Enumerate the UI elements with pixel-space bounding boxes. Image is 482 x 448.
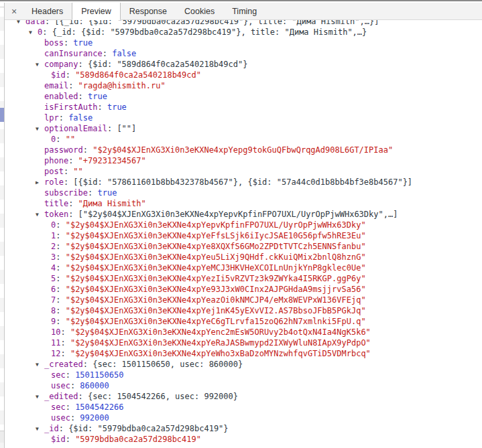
property-key: usec xyxy=(51,413,70,423)
property-value: [{$id: "578611601b8bb432378b4567"}, {$id… xyxy=(73,177,412,187)
disclosure-triangle-icon[interactable]: ▼ xyxy=(36,392,44,402)
disclosure-triangle-icon[interactable]: ▼ xyxy=(36,60,44,70)
tree-row[interactable]: phone: "+79231234567" xyxy=(5,155,482,166)
tree-row[interactable]: 12: "$2y$04$XJEnXG3Xi0n3eKXNe4xpYeWho3xB… xyxy=(5,348,482,359)
disclosure-triangle-icon[interactable]: ▶ xyxy=(36,177,44,188)
property-value: "$2y$04$XJEnXG3Xi0n3eKXNe4xpYezIi5vRZVTz… xyxy=(66,274,366,283)
tree-row[interactable]: usec: 860000 xyxy=(5,380,482,391)
property-key: subscribe xyxy=(44,188,88,198)
tree-row[interactable]: $id: "589d864f0ca2a540218b49cd" xyxy=(5,70,482,80)
key-value-separator: : xyxy=(60,338,70,348)
key-value-separator: : xyxy=(42,27,52,37)
close-icon[interactable]: × xyxy=(5,3,23,19)
disclosure-triangle-icon[interactable]: ▼ xyxy=(17,20,25,27)
property-key: canInsurance xyxy=(44,49,103,58)
tab-timing[interactable]: Timing xyxy=(223,3,265,19)
disclosure-triangle-icon[interactable]: ▼ xyxy=(36,424,44,435)
property-key: lpr xyxy=(44,113,59,123)
tree-row[interactable]: 6: "$2y$04$XJEnXG3Xi0n3eKXNe4xpYe93J3xW0… xyxy=(5,284,482,295)
key-value-separator: : xyxy=(83,145,93,155)
tree-row[interactable]: canInsurance: false xyxy=(5,48,482,59)
property-value: true xyxy=(107,102,127,112)
tree-row[interactable]: ▼_created: {sec: 1501150650, usec: 86000… xyxy=(5,359,482,370)
key-value-separator: : xyxy=(56,263,65,273)
tree-row[interactable]: ▼company: {$id: "589d864f0ca2a540218b49c… xyxy=(5,59,482,70)
property-key: token xyxy=(44,210,68,219)
key-value-separator: : xyxy=(56,295,65,305)
property-value: "5979bdba0ca2a57d298bc419" xyxy=(75,435,201,444)
tree-row[interactable]: boss: true xyxy=(5,38,482,48)
tree-row[interactable]: 8: "$2y$04$XJEnXG3Xi0n3eKXNe4xpYej1nK45y… xyxy=(5,305,482,316)
property-value: "ragda@hismith.ru" xyxy=(78,81,166,90)
tree-row[interactable]: 0: "$2y$04$XJEnXG3Xi0n3eKXNe4xpYepvKpfin… xyxy=(5,220,482,230)
tab-headers[interactable]: Headers xyxy=(23,3,72,19)
tree-row[interactable]: sec: 1504542266 xyxy=(5,402,482,413)
disclosure-triangle-icon[interactable]: ▼ xyxy=(29,27,38,38)
property-key: _id xyxy=(44,424,59,433)
property-value: true xyxy=(97,188,117,198)
json-preview-panel[interactable]: ▼data: [{_id: {$id: "5979bdba0ca2a57d298… xyxy=(5,20,482,448)
tree-row[interactable]: $id: "5979bdba0ca2a57d298bc419" xyxy=(5,434,482,445)
tree-row[interactable]: 11: "$2y$04$XJEnXG3Xi0n3eKXNe4xpYeRaJASB… xyxy=(5,338,482,348)
tab-response[interactable]: Response xyxy=(121,3,176,19)
devtools-network-detail-pane: × HeadersPreviewResponseCookiesTiming ▼d… xyxy=(0,0,482,448)
tree-row[interactable]: 4: "$2y$04$XJEnXG3Xi0n3eKXNe4xpYeMCJ3HKV… xyxy=(5,263,482,273)
property-value: ["$2y$04$XJEnXG3Xi0n3eKXNe4xpYepvKpfinFP… xyxy=(78,210,398,219)
tree-row[interactable]: lpr: false xyxy=(5,113,482,123)
tree-row[interactable]: 10: "$2y$04$XJEnXG3Xi0n3eKXNe4xpYenc2mEs… xyxy=(5,327,482,338)
property-key: 11 xyxy=(51,338,60,348)
tree-row[interactable]: 7: "$2y$04$XJEnXG3Xi0n3eKXNe4xpYeazOi0kN… xyxy=(5,295,482,305)
property-key: 12 xyxy=(51,349,60,358)
tab-cookies[interactable]: Cookies xyxy=(176,3,223,19)
property-key: password xyxy=(44,145,83,155)
tree-row[interactable]: password: "$2y$04$XJEnXG3Xi0n3eKXNe4xpYe… xyxy=(5,145,482,155)
property-key: sec xyxy=(51,402,66,412)
tree-row[interactable]: 5: "$2y$04$XJEnXG3Xi0n3eKXNe4xpYezIi5vRZ… xyxy=(5,273,482,284)
tree-row[interactable]: 1: "$2y$04$XJEnXG3Xi0n3eKXNe4xpYeFfsLSjk… xyxy=(5,230,482,241)
selected-request-row[interactable] xyxy=(0,108,4,122)
tree-row[interactable]: isFirstAuth: true xyxy=(5,102,482,113)
property-key: isFirstAuth xyxy=(44,102,97,112)
tree-row[interactable]: email: "ragda@hismith.ru" xyxy=(5,80,482,91)
request-list-sliver[interactable] xyxy=(0,3,5,448)
key-value-separator: : xyxy=(78,92,88,101)
property-key: 10 xyxy=(51,327,60,337)
tab-preview[interactable]: Preview xyxy=(72,3,120,20)
status-bar-sliver xyxy=(0,431,4,443)
key-value-separator: : xyxy=(64,167,73,176)
tree-row[interactable]: ▼_edited: {sec: 1504542266, usec: 992000… xyxy=(5,391,482,402)
tree-row[interactable]: ▼token: ["$2y$04$XJEnXG3Xi0n3eKXNe4xpYep… xyxy=(5,209,482,220)
disclosure-triangle-icon[interactable]: ▼ xyxy=(36,210,44,220)
tree-row[interactable]: 2: "$2y$04$XJEnXG3Xi0n3eKXNe4xpYe8XQXfS6… xyxy=(5,241,482,252)
tree-row[interactable]: ▼0: {_id: {$id: "5979bdba0ca2a57d298bc41… xyxy=(5,27,482,38)
property-value: {sec: 1504542266, usec: 992000} xyxy=(88,392,238,401)
tree-row[interactable]: sec: 1501150650 xyxy=(5,370,482,380)
property-key: post xyxy=(44,167,64,176)
property-value: [""] xyxy=(117,124,136,133)
property-value: 1504542266 xyxy=(75,402,123,412)
disclosure-triangle-icon[interactable]: ▼ xyxy=(36,360,44,370)
property-value: "589d864f0ca2a540218b49cd" xyxy=(75,70,201,80)
tree-row[interactable]: title: "Дима Hismith" xyxy=(5,198,482,209)
tree-row[interactable]: ▼_id: {$id: "5979bdba0ca2a57d298bc419"} xyxy=(5,423,482,434)
tree-row[interactable]: post: "" xyxy=(5,166,482,177)
property-key: email xyxy=(44,81,68,90)
tree-row[interactable]: usec: 992000 xyxy=(5,413,482,423)
property-value: "" xyxy=(66,135,75,144)
tree-row[interactable]: ▼data: [{_id: {$id: "5979bdba0ca2a57d298… xyxy=(5,20,482,27)
tree-row[interactable]: ▶role: [{$id: "578611601b8bb432378b4567"… xyxy=(5,177,482,188)
key-value-separator: : xyxy=(56,285,65,294)
tree-row[interactable]: subscribe: true xyxy=(5,188,482,198)
disclosure-triangle-icon[interactable]: ▼ xyxy=(36,124,44,135)
tree-row[interactable]: enabled: true xyxy=(5,91,482,102)
request-list-header-sliver xyxy=(0,3,4,7)
tree-row[interactable]: 3: "$2y$04$XJEnXG3Xi0n3eKXNe4xpYeu5LiXj9… xyxy=(5,252,482,263)
key-value-separator: : xyxy=(68,81,78,90)
tree-row[interactable]: ▼optionalEmail: [""] xyxy=(5,123,482,134)
key-value-separator: : xyxy=(66,370,75,380)
tree-row[interactable]: 0: "" xyxy=(5,134,482,145)
property-value: {$id: "5979bdba0ca2a57d298bc419"} xyxy=(68,424,228,433)
tree-row[interactable]: 9: "$2y$04$XJEnXG3Xi0n3eKXNe4xpYeC6gTLrv… xyxy=(5,316,482,327)
property-key: sec xyxy=(51,370,66,380)
property-value: true xyxy=(73,38,93,48)
